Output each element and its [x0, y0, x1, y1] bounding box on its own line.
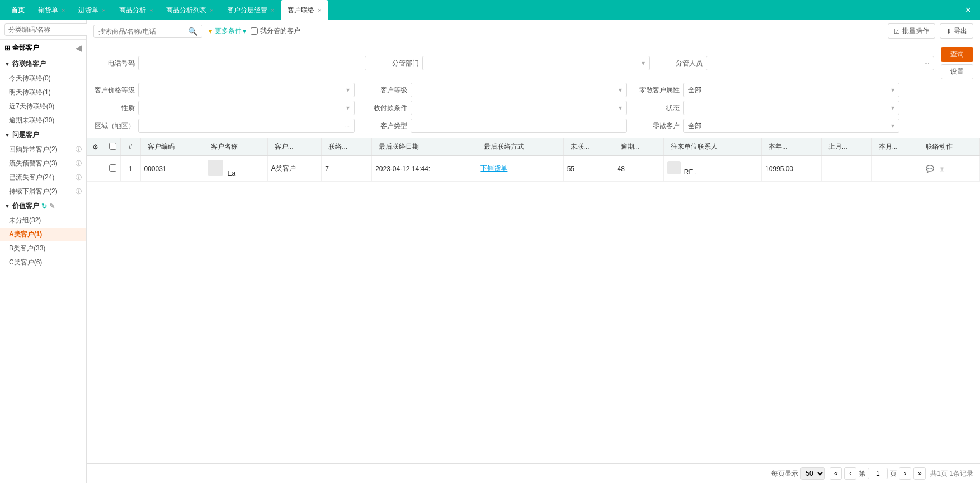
sidebar-item-warn[interactable]: 流失预警客户(3) ⓘ: [0, 157, 86, 171]
chevron-down-icon: ▾: [243, 27, 246, 35]
td-checkbox[interactable]: [105, 156, 120, 182]
select-all-checkbox[interactable]: [109, 143, 116, 150]
adv-select-retail-attr[interactable]: 全部 ▾: [683, 83, 899, 97]
sidebar-group-value-header[interactable]: ▼ 价值客户 ↻ ✎: [0, 198, 86, 214]
next-page-btn[interactable]: ›: [899, 467, 911, 480]
adv-select-cust-level[interactable]: ▾: [411, 83, 627, 97]
tab-customer-tier-close[interactable]: ×: [271, 7, 274, 13]
adv-select-price-level[interactable]: ▾: [138, 83, 355, 97]
last-method-link[interactable]: 下销货单: [480, 164, 507, 172]
adv-field-cust-level: 客户等级 ▾: [366, 83, 627, 97]
sidebar-item-overdue[interactable]: 逾期未联络(30): [0, 113, 86, 127]
tab-purchase-close[interactable]: ×: [102, 7, 105, 13]
sidebar-item-tomorrow[interactable]: 明天待联络(1): [0, 86, 86, 100]
query-btn[interactable]: 查询: [941, 47, 973, 62]
sidebar-item-decline[interactable]: 持续下滑客户(2) ⓘ: [0, 184, 86, 198]
chevron-price-icon: ▾: [346, 86, 350, 94]
sidebar-item-today[interactable]: 今天待联络(0): [0, 72, 86, 86]
sidebar-item-ungroup[interactable]: 未分组(32): [0, 214, 86, 228]
info-icon: ⓘ: [76, 145, 82, 154]
adv-row-2: 客户价格等级 ▾ 客户等级 ▾ 零散客户属性: [93, 83, 973, 97]
row-checkbox[interactable]: [109, 164, 116, 172]
chat-icon[interactable]: 💬: [926, 165, 934, 173]
footer-total: 共1页 1条记录: [930, 469, 973, 479]
tab-purchase-label: 进货单: [78, 6, 98, 15]
sidebar-item-tomorrow-label: 明天待联络(1): [9, 88, 82, 97]
adv-row-1: 电话号码 分管部门 ▾ 分管人员 ···: [93, 47, 973, 79]
th-checkbox[interactable]: [105, 138, 120, 156]
tab-customer-contact-close[interactable]: ×: [318, 7, 321, 13]
sidebar-item-a-class[interactable]: A类客户(1): [0, 228, 86, 242]
adv-select-retail[interactable]: 全部 ▾: [683, 119, 899, 133]
nav-close-all[interactable]: ×: [960, 4, 976, 16]
tab-goods-list[interactable]: 商品分析列表 ×: [159, 0, 220, 20]
qr-icon[interactable]: ⊞: [939, 165, 945, 173]
page-input[interactable]: [868, 468, 888, 479]
search-icon[interactable]: 🔍: [188, 27, 197, 36]
tab-sales[interactable]: 销货单 ×: [31, 0, 72, 20]
sidebar-group-pending-header[interactable]: ▼ 待联络客户: [0, 56, 86, 72]
td-name-text: Ea: [227, 169, 235, 177]
td-gear: [87, 156, 105, 182]
sidebar-item-7days-label: 近7天待联络(0): [9, 102, 82, 111]
td-last-month: [821, 156, 871, 182]
first-page-btn[interactable]: «: [830, 467, 842, 480]
edit-icon[interactable]: ✎: [49, 202, 55, 210]
table-footer: 每页显示 50 « ‹ 第 页 › » 共1页 1条记录: [87, 463, 980, 483]
adv-label-region: 区域（地区）: [93, 121, 138, 131]
adv-select-payment[interactable]: ▾: [411, 101, 627, 115]
tab-customer-tier[interactable]: 客户分层经营 ×: [220, 0, 281, 20]
adv-input-phone[interactable]: [138, 56, 366, 70]
adv-field-nature: 性质 ▾: [93, 101, 355, 115]
filter-search-input[interactable]: [98, 27, 188, 35]
sidebar-item-a-class-label: A类客户(1): [9, 230, 82, 239]
dots-region-icon: ···: [345, 123, 350, 129]
sidebar-collapse-icon[interactable]: ◀: [76, 44, 82, 53]
sidebar-item-abnormal[interactable]: 回购异常客户(2) ⓘ: [0, 143, 86, 157]
info-icon4: ⓘ: [76, 187, 82, 196]
sidebar-item-lost[interactable]: 已流失客户(24) ⓘ: [0, 171, 86, 184]
batch-operation-btn[interactable]: ☑ 批量操作: [888, 23, 935, 39]
tab-goods-list-label: 商品分析列表: [166, 6, 206, 15]
export-btn[interactable]: ⬇ 导出: [940, 23, 973, 39]
sidebar-item-7days[interactable]: 近7天待联络(0): [0, 100, 86, 113]
tab-customer-tier-label: 客户分层经营: [227, 6, 267, 15]
arrow-down-icon2: ▼: [4, 132, 10, 138]
th-seq: #: [120, 138, 140, 156]
adv-select-nature[interactable]: ▾: [138, 101, 355, 115]
tab-goods-analysis[interactable]: 商品分析 ×: [112, 0, 159, 20]
adv-label-cust-level: 客户等级: [366, 86, 411, 95]
filter-search-area: 🔍: [93, 25, 202, 38]
adv-select-dept[interactable]: ▾: [422, 56, 651, 70]
tab-customer-contact[interactable]: 客户联络 ×: [281, 0, 328, 20]
adv-select-status[interactable]: ▾: [683, 101, 899, 115]
tab-sales-close[interactable]: ×: [62, 7, 65, 13]
adv-input-manager[interactable]: ···: [706, 56, 934, 70]
sidebar-search-input[interactable]: [4, 23, 96, 36]
tab-home[interactable]: 首页: [4, 0, 31, 20]
per-page-select[interactable]: 50: [800, 467, 825, 480]
sidebar-item-b-class[interactable]: B类客户(33): [0, 242, 86, 255]
adv-label-payment: 收付款条件: [366, 103, 411, 113]
td-last-method[interactable]: 下销货单: [477, 156, 563, 182]
refresh-icon[interactable]: ↻: [41, 202, 47, 210]
filter-more-btn[interactable]: ▼ 更多条件 ▾: [207, 26, 246, 36]
settings-btn[interactable]: 设置: [941, 64, 973, 79]
th-name: ⋮客户名称: [204, 138, 268, 156]
tab-purchase[interactable]: 进货单 ×: [72, 0, 112, 20]
adv-label-cust-type: 客户类型: [366, 121, 411, 131]
adv-field-cust-type: 客户类型: [366, 119, 627, 133]
adv-input-region[interactable]: ···: [138, 119, 355, 133]
my-customer-checkbox[interactable]: [251, 27, 258, 35]
prev-page-btn[interactable]: ‹: [844, 467, 856, 480]
tab-goods-list-close[interactable]: ×: [210, 7, 213, 13]
last-page-btn[interactable]: »: [913, 467, 926, 480]
adv-field-payment: 收付款条件 ▾: [366, 101, 627, 115]
th-gear[interactable]: ⚙: [87, 138, 105, 156]
sidebar-group-problem-header[interactable]: ▼ 问题客户: [0, 127, 86, 143]
sidebar-item-c-class[interactable]: C类客户(6): [0, 255, 86, 269]
chevron-cust-level-icon: ▾: [619, 86, 622, 94]
sidebar-search-area: 🔍: [0, 20, 86, 40]
adv-input-cust-type[interactable]: [411, 119, 627, 133]
tab-goods-analysis-close[interactable]: ×: [149, 7, 153, 13]
